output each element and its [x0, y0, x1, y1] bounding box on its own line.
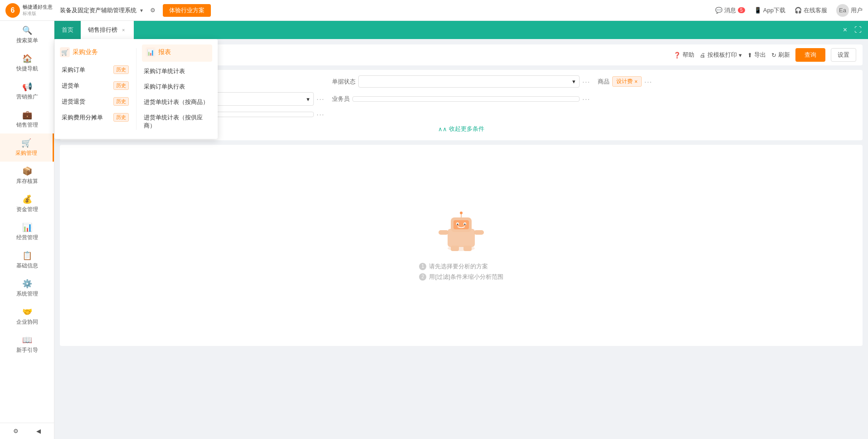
logo-icon: 6 — [5, 3, 20, 18]
refresh-btn[interactable]: ↻ 刷新 — [771, 51, 790, 59]
sidebar-item-operations[interactable]: 📊 经营管理 — [0, 218, 54, 246]
voucher-status-dots[interactable]: ··· — [582, 78, 590, 85]
hist-badge-1: 历史 — [113, 81, 129, 90]
settings-btn-sm[interactable]: 设置 — [831, 48, 856, 62]
dropdown-item-purchase-order[interactable]: 采购订单 历史 — [60, 62, 131, 78]
marketing-icon: 📢 — [22, 82, 32, 92]
search-icon: 🔍 — [22, 25, 32, 35]
refresh-icon: ↻ — [771, 52, 776, 59]
purchase-dropdown: 🛒 采购业务 采购订单 历史 进货单 历史 进货退货 历史 采购费用分摊单 历史 — [54, 39, 218, 139]
salesperson-dots[interactable]: ··· — [582, 95, 590, 103]
print-dropdown-icon: ▾ — [739, 52, 742, 59]
dropdown-item-incoming-stats-supplier[interactable]: 进货单统计表（按供应商） — [142, 110, 213, 133]
header-right: 💬 消息 5 📱 App下载 🎧 在线客服 Ea 用户 — [715, 4, 863, 17]
goods-tag-text: 设计费 — [616, 78, 633, 85]
sidebar-label-purchase: 采购管理 — [15, 149, 37, 157]
help-label: 帮助 — [683, 51, 694, 59]
tab-expand-btn[interactable]: ⛶ — [853, 24, 863, 36]
export-btn[interactable]: ⬆ 导出 — [747, 51, 766, 59]
header-nav: 装备及固定资产辅助管理系统 ▾ ⚙ 体验行业方案 — [60, 4, 715, 17]
reports-col-header: 📊 报表 — [142, 44, 213, 62]
guide-icon: 📖 — [22, 335, 32, 345]
sidebar-item-enterprise[interactable]: 🤝 企业协同 — [0, 302, 54, 330]
sidebar-item-nav[interactable]: 🏠 快捷导航 — [0, 49, 54, 77]
goods-tag-close[interactable]: × — [634, 79, 638, 85]
tab-close-window-btn[interactable]: × — [841, 24, 849, 36]
system-dropdown-btn[interactable]: ▾ — [140, 7, 143, 14]
rank-dots[interactable]: ··· — [317, 95, 325, 103]
tab-sales-rank-label: 销售排行榜 — [88, 26, 117, 34]
empty-state-container: 1 请先选择要分析的方案 2 用[过滤]条件来缩小分析范围 — [60, 145, 863, 346]
tab-bar: 首页 销售排行榜 × × ⛶ — [54, 21, 868, 39]
sidebar-item-basic-info[interactable]: 📋 基础信息 — [0, 246, 54, 274]
help-btn[interactable]: ❓ 帮助 — [673, 51, 694, 59]
goods-dots[interactable]: ··· — [644, 78, 653, 85]
svg-point-7 — [464, 224, 466, 225]
purchase-icon: 🛒 — [21, 138, 31, 148]
empty-state: 1 请先选择要分析的方案 2 用[过滤]条件来缩小分析范围 — [60, 172, 863, 319]
sidebar-item-finance[interactable]: 💰 资金管理 — [0, 190, 54, 218]
collapse-btn[interactable]: ∧∧ 收起更多条件 — [438, 125, 484, 133]
tab-sales-rank[interactable]: 销售排行榜 × — [81, 21, 134, 39]
app-download-btn[interactable]: 📱 App下载 — [754, 6, 785, 15]
industry-btn[interactable]: 体验行业方案 — [163, 4, 211, 17]
dropdown-col-purchase: 🛒 采购业务 采购订单 历史 进货单 历史 进货退货 历史 采购费用分摊单 历史 — [54, 44, 136, 133]
print-template-btn[interactable]: 🖨 按模板打印 ▾ — [700, 51, 742, 59]
basic-info-icon: 📋 — [22, 251, 32, 261]
hist-badge-2: 历史 — [113, 97, 129, 106]
sidebar-collapse-btn[interactable]: ◀ — [36, 428, 41, 434]
sidebar-label-search: 搜索菜单 — [16, 37, 38, 44]
filter-voucher-status: 单据状态 ▾ ··· — [332, 75, 590, 88]
sidebar-item-search[interactable]: 🔍 搜索菜单 — [0, 21, 54, 49]
user-btn[interactable]: Ea 用户 — [836, 4, 863, 17]
sidebar-item-purchase[interactable]: 🛒 采购管理 — [0, 133, 54, 162]
sidebar-item-sales[interactable]: 💼 销售管理 — [0, 105, 54, 133]
voucher-status-select[interactable]: ▾ — [358, 75, 580, 88]
sidebar-item-guide[interactable]: 📖 新手引导 — [0, 330, 54, 359]
tab-close-btn[interactable]: × — [120, 26, 127, 34]
reports-col-title: 报表 — [158, 48, 171, 56]
dropdown-item-incoming[interactable]: 进货单 历史 — [60, 78, 131, 94]
dropdown-item-expense[interactable]: 采购费用分摊单 历史 — [60, 109, 131, 125]
header-settings-btn[interactable]: ⚙ — [146, 4, 159, 17]
sidebar-label-finance: 资金管理 — [16, 206, 38, 213]
sidebar-settings-btn[interactable]: ⚙ — [13, 428, 19, 434]
message-btn[interactable]: 💬 消息 5 — [715, 6, 745, 15]
message-badge: 5 — [738, 7, 745, 13]
sidebar-item-inventory[interactable]: 📦 库存核算 — [0, 162, 54, 190]
step-1: 1 — [419, 263, 426, 270]
system-title: 装备及固定资产辅助管理系统 — [60, 6, 137, 15]
hist-badge-3: 历史 — [113, 113, 129, 122]
tab-home[interactable]: 首页 — [54, 21, 81, 39]
sidebar-label-system: 系统管理 — [16, 290, 38, 298]
sidebar-item-system[interactable]: ⚙️ 系统管理 — [0, 274, 54, 302]
online-service-btn[interactable]: 🎧 在线客服 — [795, 6, 827, 15]
dropdown-item-incoming-stats-goods[interactable]: 进货单统计表（按商品） — [142, 94, 213, 110]
logo-badge: 标准版 — [23, 10, 53, 17]
reports-col-icon: 📊 — [146, 47, 156, 57]
empty-hint-2: 2 用[过滤]条件来缩小分析范围 — [419, 271, 503, 282]
logo-area: 6 畅捷通好生意 标准版 — [5, 3, 60, 18]
print-label: 按模板打印 — [707, 51, 737, 59]
svg-rect-9 — [474, 230, 484, 235]
sidebar-bottom: ⚙ ◀ — [0, 423, 54, 439]
tab-home-label: 首页 — [62, 26, 73, 34]
dropdown-item-order-stats[interactable]: 采购订单统计表 — [142, 64, 213, 79]
dropdown-item-return[interactable]: 进货退货 历史 — [60, 94, 131, 109]
sidebar-label-enterprise: 企业协同 — [16, 318, 38, 326]
sidebar-label-marketing: 营销推广 — [16, 93, 38, 101]
salesperson-select[interactable] — [352, 96, 580, 102]
print-icon: 🖨 — [700, 52, 706, 59]
customer-dots[interactable]: ··· — [317, 111, 325, 118]
voucher-status-label: 单据状态 — [332, 78, 356, 86]
query-btn[interactable]: 查询 — [795, 48, 825, 62]
sales-icon: 💼 — [22, 110, 32, 120]
step-2: 2 — [419, 273, 426, 281]
purchase-col-title: 采购业务 — [73, 48, 98, 56]
enterprise-icon: 🤝 — [22, 307, 32, 317]
svg-point-13 — [460, 212, 463, 214]
dropdown-item-order-exec[interactable]: 采购订单执行表 — [142, 79, 213, 94]
sidebar-item-marketing[interactable]: 📢 营销推广 — [0, 77, 54, 105]
svg-rect-10 — [451, 246, 459, 251]
dropdown-columns: 🛒 采购业务 采购订单 历史 进货单 历史 进货退货 历史 采购费用分摊单 历史 — [54, 44, 218, 133]
